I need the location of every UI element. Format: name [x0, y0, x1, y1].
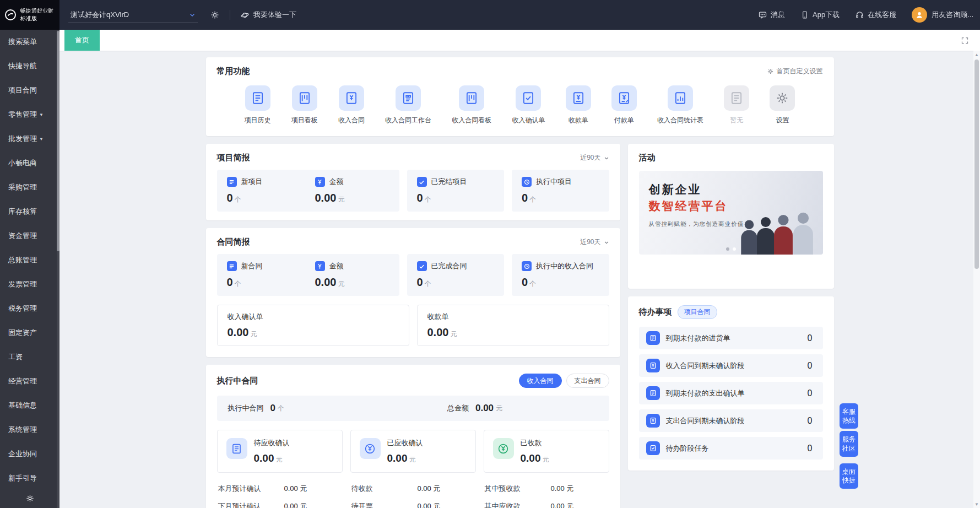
- sidebar-item-fixed-assets[interactable]: 固定资产: [0, 321, 59, 345]
- experience-button[interactable]: 我要体验一下: [240, 10, 296, 20]
- online-service-button[interactable]: 在线客服: [855, 10, 896, 20]
- fn-project-history[interactable]: 项目历史: [245, 85, 271, 125]
- project-brief-range-select[interactable]: 近90天: [580, 153, 609, 163]
- messages-button[interactable]: 消息: [758, 10, 785, 20]
- sidebar-settings-gear-icon[interactable]: [0, 488, 59, 508]
- todo-tag-project-contract[interactable]: 项目合同: [678, 305, 717, 319]
- chevron-down-icon: ▼: [39, 137, 44, 142]
- sidebar-item-enterprise-collab[interactable]: 企业协同: [0, 442, 59, 466]
- fn-settings[interactable]: 设置: [770, 85, 795, 125]
- sidebar: 搜索菜单 快捷导航 项目合同 零售管理▼ 批发管理▼ 小畅电商 采购管理 库存核…: [0, 30, 59, 508]
- chevron-down-icon: [604, 240, 609, 245]
- sidebar-item-inventory-accounting[interactable]: 库存核算: [0, 199, 59, 224]
- todo-item-income-contract-unconfirmed-stage[interactable]: 收入合同到期未确认阶段 0: [639, 354, 823, 377]
- account-selector[interactable]: 测试好会计qXVlrD: [68, 7, 198, 23]
- fn-label: 收入合同: [338, 116, 365, 125]
- stat-unit: 个: [235, 196, 241, 203]
- fn-receipt-doc[interactable]: 收款单: [566, 85, 591, 125]
- brand-logo[interactable]: 畅捷通好业财 标准版: [0, 0, 59, 30]
- stat-value: 0.00: [315, 192, 337, 204]
- todo-item-overdue-purchase-order[interactable]: 到期未付款的进货单 0: [639, 327, 823, 349]
- sidebar-item-payroll[interactable]: 工资: [0, 345, 59, 369]
- scrollbar-track[interactable]: [973, 58, 980, 500]
- summary-total-label: 总金额: [447, 403, 469, 413]
- todo-item-overdue-expense-confirm-doc[interactable]: 到期未付款的支出确认单 0: [639, 382, 823, 404]
- sidebar-scrollbar[interactable]: [57, 30, 59, 508]
- fn-income-contract[interactable]: 收入合同: [338, 85, 365, 125]
- todo-item-expense-contract-unconfirmed-stage[interactable]: 支出合同到期未确认阶段 0: [639, 409, 823, 432]
- stat-running-income-contract[interactable]: 执行中的收入合同 0个: [522, 261, 593, 289]
- receipt-icon: [566, 85, 591, 111]
- stat-running-project[interactable]: 执行中项目 0个: [522, 177, 572, 204]
- scrollbar-thumb[interactable]: [974, 60, 979, 269]
- account-settings-gear-icon[interactable]: [210, 10, 220, 20]
- contract-brief-card: 合同简报 近90天 新合同 0个: [206, 228, 620, 357]
- fn-project-board[interactable]: 项目看板: [291, 85, 318, 125]
- scroll-up-icon[interactable]: ▲: [974, 51, 979, 58]
- app-download-button[interactable]: App下载: [800, 10, 840, 20]
- stat-finished-project[interactable]: 已完结项目 0个: [417, 177, 467, 204]
- tab-home[interactable]: 首页: [64, 30, 100, 51]
- user-menu[interactable]: 用友咨询顾...: [912, 7, 973, 23]
- sidebar-item-purchase-mgmt[interactable]: 采购管理: [0, 175, 59, 199]
- contract-brief-range-select[interactable]: 近90天: [580, 237, 609, 247]
- fn-income-contract-stats[interactable]: 收入合同统计表: [657, 85, 703, 125]
- stat-project-amount[interactable]: 金额 0.00元: [315, 177, 345, 204]
- stat-new-contract[interactable]: 新合同 0个: [227, 261, 263, 289]
- yuan-icon: [360, 438, 381, 459]
- service-hotline-button[interactable]: 客服热线: [840, 403, 858, 429]
- fn-income-confirm-doc[interactable]: 收入确认单: [512, 85, 545, 125]
- desktop-shortcut-button[interactable]: 桌面快捷: [840, 463, 858, 489]
- carousel-dot-active[interactable]: [733, 247, 736, 251]
- receivable-pending-box[interactable]: 待应收确认 0.00元: [217, 430, 343, 473]
- receivable-confirmed-box[interactable]: 已应收确认 0.00元: [350, 430, 476, 473]
- contract-brief-summary: 收入确认单 0.00元 收款单 0.00元: [206, 305, 620, 357]
- scroll-down-icon[interactable]: ▼: [974, 500, 979, 508]
- user-name: 用友咨询顾...: [932, 10, 973, 20]
- main-scrollbar[interactable]: ▲ ▼: [973, 51, 980, 508]
- home-customize-button[interactable]: 首页自定义设置: [767, 67, 823, 76]
- stat-label: 已完结项目: [431, 177, 467, 187]
- sidebar-item-basic-info[interactable]: 基础信息: [0, 393, 59, 418]
- sidebar-item-retail-mgmt[interactable]: 零售管理▼: [0, 102, 59, 127]
- stat-finished-contract[interactable]: 已完成合同 0个: [417, 261, 467, 289]
- fullscreen-icon[interactable]: [961, 36, 969, 45]
- stat-unit: 个: [235, 280, 241, 288]
- message-icon: [758, 10, 767, 20]
- sidebar-item-invoice-mgmt[interactable]: 发票管理: [0, 272, 59, 296]
- sidebar-item-xiaochang-ecommerce[interactable]: 小畅电商: [0, 151, 59, 175]
- receipt-summary-box[interactable]: 收款单 0.00元: [417, 305, 609, 346]
- sidebar-item-tax-mgmt[interactable]: 税务管理: [0, 296, 59, 321]
- stat-new-project[interactable]: 新项目 0个: [227, 177, 263, 204]
- sidebar-item-beginner-guide[interactable]: 新手引导: [0, 466, 59, 490]
- activity-banner[interactable]: 创新企业 数智经营平台 从管控到赋能，为您创造商业价值: [639, 171, 823, 255]
- sidebar-item-label: 零售管理: [8, 110, 37, 120]
- sidebar-item-system-mgmt[interactable]: 系统管理: [0, 418, 59, 442]
- sidebar-item-general-ledger[interactable]: 总账管理: [0, 248, 59, 272]
- fn-payment-doc[interactable]: 付款单: [611, 85, 637, 125]
- sidebar-item-operation-mgmt[interactable]: 经营管理: [0, 369, 59, 393]
- carousel-dot[interactable]: [726, 247, 729, 251]
- executing-contracts-title: 执行中合同: [217, 376, 258, 386]
- detail-label: 其中应收款: [485, 501, 551, 508]
- sidebar-scrollbar-thumb[interactable]: [57, 31, 59, 251]
- sidebar-item-project-contract[interactable]: 项目合同: [0, 78, 59, 102]
- fn-income-contract-board[interactable]: 收入合同看板: [452, 85, 491, 125]
- stat-value: 0: [522, 276, 528, 288]
- detail-label: 本月预计确认: [218, 484, 284, 494]
- messages-label: 消息: [771, 10, 785, 20]
- income-confirm-summary-box[interactable]: 收入确认单 0.00元: [217, 305, 409, 346]
- toggle-expense-contract[interactable]: 支出合同: [566, 374, 609, 388]
- sidebar-item-search-menu[interactable]: 搜索菜单: [0, 30, 59, 54]
- toggle-income-contract[interactable]: 收入合同: [519, 374, 562, 388]
- account-selector-value: 测试好会计qXVlrD: [71, 10, 129, 20]
- stat-contract-amount[interactable]: 金额 0.00元: [315, 261, 345, 289]
- fn-income-contract-workbench[interactable]: 收入合同工作台: [385, 85, 431, 125]
- todo-item-stage-tasks[interactable]: 待办阶段任务 0: [639, 437, 823, 460]
- sidebar-item-quick-nav[interactable]: 快捷导航: [0, 54, 59, 78]
- box-label: 待应收确认: [254, 438, 290, 448]
- sidebar-item-funds-mgmt[interactable]: 资金管理: [0, 224, 59, 248]
- service-community-button[interactable]: 服务社区: [840, 431, 858, 456]
- sidebar-item-wholesale-mgmt[interactable]: 批发管理▼: [0, 127, 59, 151]
- received-box[interactable]: 已收款 0.00元: [484, 430, 609, 473]
